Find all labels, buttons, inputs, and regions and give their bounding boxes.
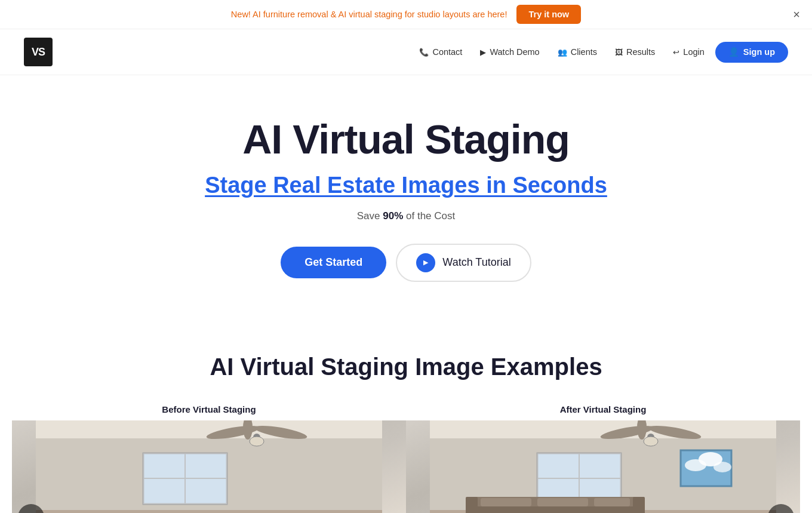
svg-point-12	[250, 437, 264, 446]
signup-button[interactable]: 👤 Sign up	[715, 42, 788, 63]
navbar: VS 📞 Contact ▶ Watch Demo 👥 Clients 🖼 Re…	[0, 29, 812, 75]
examples-section: AI Virtual Staging Image Examples Before…	[0, 342, 812, 513]
examples-wrapper: Before Virtual Staging	[12, 404, 800, 513]
hero-title: AI Virtual Staging	[12, 117, 800, 162]
login-icon: ↩	[673, 48, 679, 57]
before-column: Before Virtual Staging	[12, 404, 406, 513]
svg-rect-7	[143, 453, 227, 504]
after-image	[406, 420, 800, 513]
nav-links: 📞 Contact ▶ Watch Demo 👥 Clients 🖼 Resul…	[412, 42, 788, 63]
examples-grid: Before Virtual Staging	[12, 404, 800, 513]
hero-section: AI Virtual Staging Stage Real Estate Ima…	[0, 75, 812, 342]
results-icon: 🖼	[615, 48, 623, 57]
svg-rect-35	[537, 498, 588, 506]
svg-rect-34	[481, 498, 531, 506]
examples-title: AI Virtual Staging Image Examples	[12, 354, 800, 380]
clients-icon: 👥	[558, 48, 567, 57]
person-icon: 👤	[728, 47, 739, 57]
hero-buttons: Get Started ▶ Watch Tutorial	[12, 244, 800, 282]
svg-point-29	[713, 462, 731, 472]
play-tutorial-icon: ▶	[416, 253, 435, 272]
after-label: After Virtual Staging	[406, 404, 800, 414]
logo[interactable]: VS	[24, 38, 53, 66]
nav-results[interactable]: 🖼 Results	[608, 44, 662, 60]
close-announcement-button[interactable]: ×	[793, 8, 800, 20]
svg-point-25	[644, 437, 658, 446]
svg-rect-3	[36, 510, 382, 513]
before-label: Before Virtual Staging	[12, 404, 406, 414]
try-it-button[interactable]: Try it now	[516, 5, 581, 24]
nav-clients[interactable]: 👥 Clients	[550, 44, 604, 60]
announcement-text: New! AI furniture removal & AI virtual s…	[231, 10, 508, 19]
phone-icon: 📞	[419, 48, 429, 57]
announcement-bar: New! AI furniture removal & AI virtual s…	[0, 0, 812, 29]
hero-tagline: Save 90% of the Cost	[12, 210, 800, 222]
nav-login[interactable]: ↩ Login	[666, 44, 711, 60]
svg-rect-36	[594, 498, 630, 506]
svg-rect-20	[537, 453, 621, 504]
watch-tutorial-button[interactable]: ▶ Watch Tutorial	[396, 244, 531, 282]
hero-subtitle: Stage Real Estate Images in Seconds	[12, 173, 800, 198]
svg-rect-32	[466, 497, 478, 513]
after-column: After Virtual Staging	[406, 404, 800, 513]
before-image	[12, 420, 406, 513]
get-started-button[interactable]: Get Started	[281, 247, 386, 278]
svg-rect-33	[633, 497, 645, 513]
play-demo-icon: ▶	[480, 48, 486, 57]
nav-watch-demo[interactable]: ▶ Watch Demo	[473, 44, 546, 60]
nav-contact[interactable]: 📞 Contact	[412, 44, 469, 60]
